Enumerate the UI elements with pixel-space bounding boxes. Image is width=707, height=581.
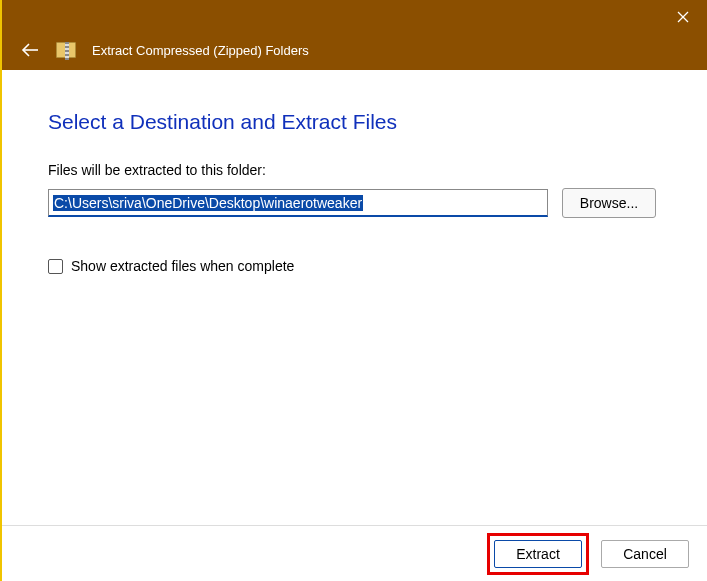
footer: Extract Cancel (2, 525, 707, 581)
show-files-checkbox[interactable] (48, 259, 63, 274)
destination-path-input[interactable]: C:\Users\sriva\OneDrive\Desktop\winaerot… (48, 189, 548, 217)
content-area: Select a Destination and Extract Files F… (2, 70, 707, 525)
window-title: Extract Compressed (Zipped) Folders (92, 43, 309, 58)
cancel-button[interactable]: Cancel (601, 540, 689, 568)
back-button[interactable] (20, 40, 40, 60)
extract-highlight: Extract (487, 533, 589, 575)
close-button[interactable] (659, 0, 707, 34)
close-icon (677, 11, 689, 23)
show-files-label: Show extracted files when complete (71, 258, 294, 274)
extract-button[interactable]: Extract (494, 540, 582, 568)
browse-button[interactable]: Browse... (562, 188, 656, 218)
destination-path-value: C:\Users\sriva\OneDrive\Desktop\winaerot… (53, 195, 363, 211)
path-label: Files will be extracted to this folder: (48, 162, 661, 178)
page-heading: Select a Destination and Extract Files (48, 110, 661, 134)
titlebar: Extract Compressed (Zipped) Folders (2, 0, 707, 70)
back-arrow-icon (21, 43, 39, 57)
extract-wizard-window: Extract Compressed (Zipped) Folders Sele… (0, 0, 707, 581)
zip-folder-icon (56, 42, 76, 58)
